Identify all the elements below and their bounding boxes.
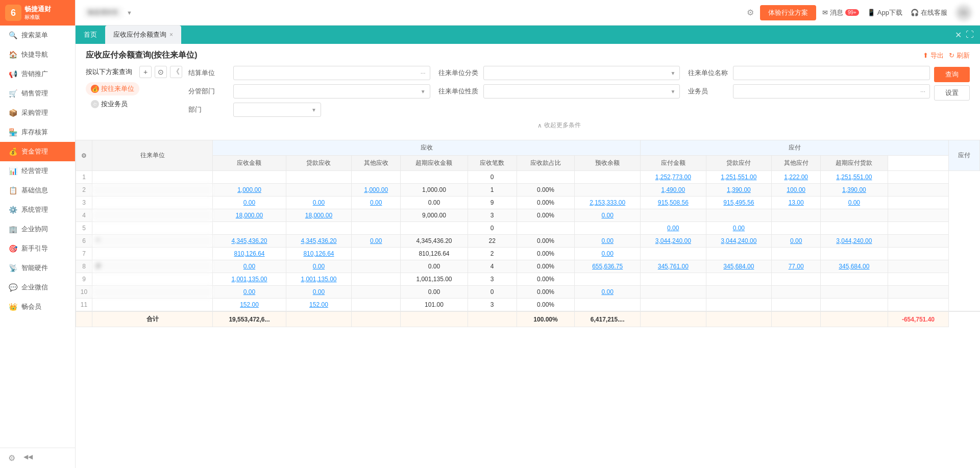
sidebar-item-purchase[interactable]: 📦 采购管理 [0,103,75,122]
marketing-icon: 📢 [8,69,17,79]
filter-add-btn[interactable]: + [139,66,152,78]
sidebar: 6 畅捷通财 标准版 🔍 搜索菜单 🏠 快捷导航 📢 营销推广 🛒 销售管理 📦… [0,0,76,468]
sidebar-item-finance[interactable]: 💰 资金管理 [0,142,75,161]
sidebar-collapse-icon[interactable]: ◀◀ [23,453,33,463]
breadcrumb-text: 畅捷通财务 [84,7,122,18]
export-icon: ⬆ [923,52,928,59]
sidebar-item-marketing[interactable]: 📢 营销推广 [0,64,75,84]
partner-name [92,248,213,260]
topbar: 畅捷通财务 ▼ ⚙ 体验行业方案 ✉ 消息 99+ 📱 App下载 🎧 在线客服… [76,0,980,26]
payable-extra [888,235,949,248]
scheme-item-salesman[interactable]: ⏱ 按业务员 [86,97,139,111]
maximize-icon[interactable]: ⛶ [966,30,974,39]
topbar-online-service[interactable]: 🎧 在线客服 [911,8,947,17]
dept-select[interactable]: ▼ [233,84,430,98]
partner-name [92,222,213,235]
other-receivable [352,273,401,286]
receivable-amount [213,171,286,184]
col-other-payable: 其他应付 [772,156,821,171]
sidebar-item-management[interactable]: 📊 经营管理 [0,161,75,181]
tab-receivable[interactable]: 应收应付余额查询 × [105,26,181,44]
table-footer: 合计 19,553,472,6... 100.00% 6,417,215.... [76,311,980,327]
topbar-message[interactable]: ✉ 消息 99+ [822,8,859,17]
other-receivable [352,286,401,299]
scheme-selector: 按以下方案查询 + ⊙ 《 💰 按往来单位 ⏱ [86,66,182,132]
overdue-payable [821,299,888,312]
table-row: 11 152.00 152.00 101.00 3 0.00% [76,299,980,312]
sidebar-item-system[interactable]: ⚙️ 系统管理 [0,200,75,219]
filter-settings-btn[interactable]: ⊙ [155,66,167,78]
row-num: 10 [76,286,92,299]
unit-nature-select[interactable]: ▼ [483,84,680,98]
unit-name-input[interactable] [733,66,930,80]
settings-button[interactable]: 设置 [934,85,970,101]
partner-name [92,286,213,299]
collapse-more[interactable]: ∧ 收起更多条件 [188,119,930,132]
receivable-ratio: 0.00% [517,273,575,286]
jiesuan-unit-input[interactable]: ··· [233,66,430,80]
sidebar-item-inventory[interactable]: 🏪 库存核算 [0,122,75,142]
sidebar-item-sales[interactable]: 🛒 销售管理 [0,84,75,103]
row-num: 8 [76,260,92,273]
row-num: 4 [76,209,92,222]
table-wrapper[interactable]: ⚙ 往来单位 应收 应付 应付 应收金额 贷款应收 其他应收 超期应收金额 [76,140,980,468]
filter-label: 按以下方案查询 [86,67,132,77]
other-payable: 77.00 [772,260,821,273]
query-button[interactable]: 查询 [934,67,970,82]
col-overdue-payable: 超期应付货款 [821,156,888,171]
solution-button[interactable]: 体验行业方案 [760,5,816,20]
col-settings[interactable]: ⚙ [76,140,92,171]
export-button[interactable]: ⬆ 导出 [923,51,944,60]
loan-payable: 915,495.56 [706,196,772,209]
footer-payable-total: -654,751.40 [888,311,949,327]
other-receivable: 0.00 [352,196,401,209]
partner-name [92,273,213,286]
jiesuan-dots: ··· [421,69,426,77]
overdue-payable [821,248,888,260]
sidebar-item-member[interactable]: 👑 畅会员 [0,297,75,316]
row-num: 7 [76,248,92,260]
sidebar-item-guide[interactable]: 🎯 新手引导 [0,239,75,258]
table-row: 1 0 1,252,773.00 1,251,551.00 1,222.00 1… [76,171,980,184]
footer-receivable-total: 19,553,472,6... [213,311,286,327]
row-num: 6 [76,235,92,248]
prepaid: 0.00 [575,209,641,222]
sidebar-item-hardware[interactable]: 📡 智能硬件 [0,258,75,278]
table-row: 2 1,000.00 1,000.00 1,000.00 1 0.00% 1,4… [76,184,980,196]
sidebar-item-nav[interactable]: 🏠 快捷导航 [0,45,75,64]
loan-payable [706,273,772,286]
unit-classify-select[interactable]: ▼ [483,66,680,80]
user-avatar[interactable]: Rit [955,5,972,21]
tab-home[interactable]: 首页 [76,26,105,44]
sidebar-item-search[interactable]: 🔍 搜索菜单 [0,26,75,45]
table-area: ⚙ 往来单位 应收 应付 应付 应收金额 贷款应收 其他应收 超期应收金额 [76,140,980,468]
sidebar-settings-icon[interactable]: ⚙ [8,453,15,463]
payable-extra [888,273,949,286]
topbar-gear-icon[interactable]: ⚙ [747,8,754,17]
sidebar-item-base[interactable]: 📋 基础信息 [0,181,75,200]
loan-payable: 3,044,240.00 [706,235,772,248]
sidebar-item-corp[interactable]: 🏢 企业协同 [0,219,75,239]
table-row: 10 0.00 0.00 0.00 0 0.00% 0.00 [76,286,980,299]
footer-prepaid-total: 6,417,215.... [575,311,641,327]
message-badge: 99+ [845,9,859,16]
filter-dept2: 部门 ▼ [188,103,321,117]
refresh-icon: ↻ [949,52,954,59]
overdue-payable: 0.00 [821,196,888,209]
overdue-amount: 0.00 [401,196,468,209]
tab-close-icon[interactable]: × [169,31,173,38]
scheme-item-partner[interactable]: 💰 按往来单位 [86,82,139,95]
other-payable [772,286,821,299]
close-window-icon[interactable]: ✕ [955,30,962,40]
refresh-button[interactable]: ↻ 刷新 [949,51,970,60]
salesman-input[interactable]: ··· [733,84,930,98]
topbar-app-download[interactable]: 📱 App下载 [867,8,902,17]
loan-receivable: 0.00 [286,196,352,209]
sidebar-item-wechat[interactable]: 💬 企业微信 [0,278,75,297]
dept-chevron: ▼ [421,89,426,94]
prepaid: 2,153,333.00 [575,196,641,209]
dept2-select[interactable]: ▼ [233,103,321,117]
filter-collapse-btn[interactable]: 《 [170,66,182,78]
table-gear-icon[interactable]: ⚙ [80,152,88,159]
purchase-icon: 📦 [8,108,17,117]
